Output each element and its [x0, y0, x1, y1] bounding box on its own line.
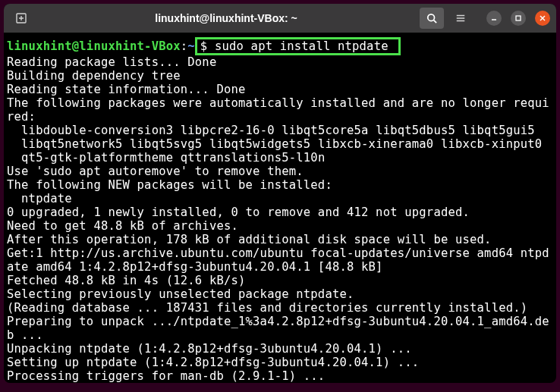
- output-line: Get:1 http://us.archive.ubuntu.com/ubunt…: [7, 246, 553, 274]
- output-line: 0 upgraded, 1 newly installed, 0 to remo…: [7, 205, 553, 219]
- output-line: ntpdate: [7, 192, 553, 205]
- prompt-line-1: linuxhint@linuxhint-VBox:~$ sudo apt ins…: [7, 37, 553, 55]
- close-button[interactable]: [535, 11, 550, 26]
- output-line: Setting up ntpdate (1:4.2.8p12+dfsg-3ubu…: [7, 356, 553, 369]
- output-line: libdouble-conversion3 libpcre2-16-0 libq…: [7, 124, 553, 137]
- output-line: Reading state information... Done: [7, 83, 553, 96]
- maximize-icon: [514, 14, 522, 22]
- output-line: Unpacking ntpdate (1:4.2.8p12+dfsg-3ubun…: [7, 342, 553, 356]
- window-controls: [486, 11, 550, 26]
- output-line: After this operation, 178 kB of addition…: [7, 233, 553, 246]
- output-line: Selecting previously unselected package …: [7, 287, 553, 301]
- terminal-window: linuxhint@linuxhint-VBox: ~: [4, 4, 556, 383]
- terminal-content[interactable]: linuxhint@linuxhint-VBox:~$ sudo apt ins…: [4, 33, 556, 383]
- command-text: sudo apt install ntpdate: [207, 39, 395, 53]
- prompt-dollar: $: [200, 39, 208, 53]
- output-line: Reading package lists... Done: [7, 55, 553, 69]
- maximize-button[interactable]: [511, 11, 526, 26]
- window-title: linuxhint@linuxhint-VBox: ~: [37, 12, 415, 24]
- new-tab-button[interactable]: [10, 8, 33, 28]
- plus-box-icon: [15, 12, 27, 24]
- output-line: The following NEW packages will be insta…: [7, 178, 553, 192]
- svg-point-3: [428, 14, 435, 21]
- menu-button[interactable]: [448, 8, 473, 29]
- search-button[interactable]: [420, 8, 444, 29]
- output-line: Preparing to unpack .../ntpdate_1%3a4.2.…: [7, 315, 553, 342]
- output-line: qt5-gtk-platformtheme qttranslations5-l1…: [7, 151, 553, 165]
- search-icon: [426, 13, 437, 24]
- minimize-icon: [490, 14, 498, 22]
- output-line: The following packages were automaticall…: [7, 96, 553, 124]
- minimize-button[interactable]: [486, 11, 502, 26]
- output-line: libqt5network5 libqt5svg5 libqt5widgets5…: [7, 137, 553, 151]
- titlebar: linuxhint@linuxhint-VBox: ~: [4, 4, 556, 33]
- prompt-path: ~: [187, 39, 195, 53]
- output-line: Processing triggers for man-db (2.9.1-1)…: [7, 369, 553, 383]
- highlighted-command: $ sudo apt install ntpdate: [195, 37, 401, 55]
- svg-line-4: [434, 20, 437, 24]
- svg-rect-9: [516, 16, 521, 20]
- output-line: Use 'sudo apt autoremove' to remove them…: [7, 165, 553, 178]
- output-line: Building dependency tree: [7, 69, 553, 83]
- output-line: (Reading database ... 187431 files and d…: [7, 301, 553, 315]
- hamburger-icon: [455, 13, 466, 24]
- close-icon: [539, 14, 546, 22]
- prompt-user: linuxhint@linuxhint-VBox: [7, 39, 181, 53]
- output-line: Fetched 48.8 kB in 4s (12.6 kB/s): [7, 274, 553, 287]
- output-line: Need to get 48.8 kB of archives.: [7, 219, 553, 233]
- prompt-colon: :: [181, 39, 188, 53]
